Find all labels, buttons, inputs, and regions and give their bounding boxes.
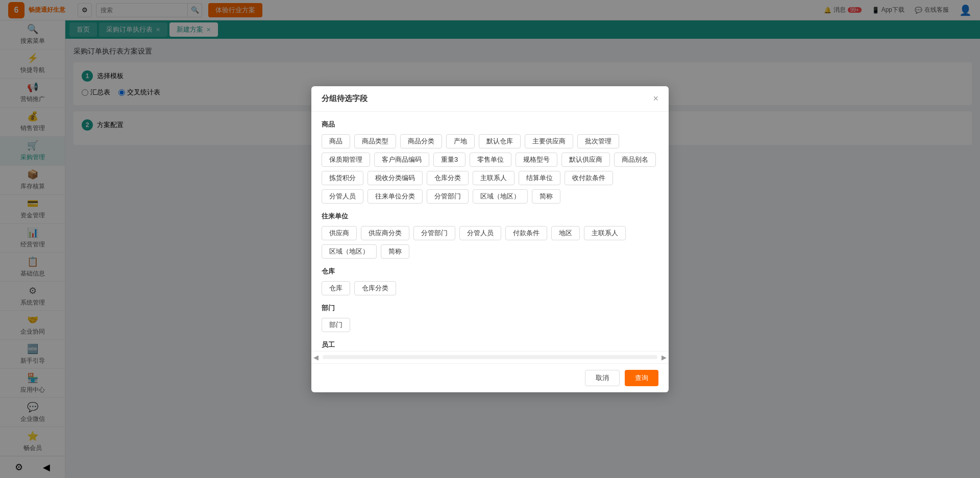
field-tag[interactable]: 地区 xyxy=(551,226,580,240)
section-product-fields: 商品商品类型商品分类产地默认仓库主要供应商批次管理保质期管理客户商品编码重量3零… xyxy=(322,134,658,204)
field-tag[interactable]: 仓库分类 xyxy=(354,281,396,295)
modal-footer: 取消 查询 xyxy=(311,363,669,392)
modal-body: 商品 商品商品类型商品分类产地默认仓库主要供应商批次管理保质期管理客户商品编码重… xyxy=(311,112,669,351)
section-employee-title: 员工 xyxy=(322,340,658,349)
section-product: 商品 商品商品类型商品分类产地默认仓库主要供应商批次管理保质期管理客户商品编码重… xyxy=(322,120,658,204)
section-warehouse-fields: 仓库仓库分类 xyxy=(322,281,658,295)
section-partner: 往来单位 供应商供应商分类分管部门分管人员付款条件地区主联系人区域（地区）简称 xyxy=(322,212,658,259)
modal-header: 分组待选字段 × xyxy=(311,86,669,112)
section-warehouse: 仓库 仓库仓库分类 xyxy=(322,267,658,295)
field-tag[interactable]: 规格型号 xyxy=(516,153,557,167)
field-tag[interactable]: 批次管理 xyxy=(577,134,619,148)
field-tag[interactable]: 分管人员 xyxy=(459,226,501,240)
field-tag[interactable]: 税收分类编码 xyxy=(368,171,423,185)
field-tag[interactable]: 收付款条件 xyxy=(565,171,613,185)
hscroll-bar[interactable] xyxy=(323,355,657,359)
cancel-button[interactable]: 取消 xyxy=(585,370,620,386)
field-tag[interactable]: 商品 xyxy=(322,134,350,148)
field-tag[interactable]: 仓库分类 xyxy=(427,171,469,185)
field-tag[interactable]: 供应商分类 xyxy=(361,226,409,240)
hscroll-right[interactable]: ▶ xyxy=(659,354,669,361)
hscroll-left[interactable]: ◀ xyxy=(311,354,321,361)
field-tag[interactable]: 零售单位 xyxy=(470,153,511,167)
field-tag[interactable]: 主联系人 xyxy=(584,226,626,240)
field-tag[interactable]: 分管部门 xyxy=(413,226,455,240)
field-tag[interactable]: 保质期管理 xyxy=(322,153,370,167)
field-tag[interactable]: 默认供应商 xyxy=(561,153,610,167)
field-tag[interactable]: 商品分类 xyxy=(400,134,442,148)
modal-close-button[interactable]: × xyxy=(653,93,658,104)
field-tag[interactable]: 分管部门 xyxy=(427,189,469,204)
field-tag[interactable]: 商品类型 xyxy=(354,134,396,148)
modal-hscroll: ◀ ▶ xyxy=(311,351,669,363)
field-tag[interactable]: 简称 xyxy=(381,244,409,259)
field-tag[interactable]: 分管人员 xyxy=(322,189,363,204)
field-tag[interactable]: 结算单位 xyxy=(519,171,560,185)
field-tag[interactable]: 主要供应商 xyxy=(525,134,573,148)
field-tag[interactable]: 默认仓库 xyxy=(479,134,521,148)
section-department-fields: 部门 xyxy=(322,318,658,332)
field-tag[interactable]: 客户商品编码 xyxy=(374,153,429,167)
section-partner-title: 往来单位 xyxy=(322,212,658,221)
section-partner-fields: 供应商供应商分类分管部门分管人员付款条件地区主联系人区域（地区）简称 xyxy=(322,226,658,259)
field-tag[interactable]: 区域（地区） xyxy=(473,189,528,204)
field-tag[interactable]: 付款条件 xyxy=(505,226,547,240)
field-tag[interactable]: 商品别名 xyxy=(614,153,656,167)
field-tag[interactable]: 拣货积分 xyxy=(322,171,363,185)
section-department-title: 部门 xyxy=(322,304,658,313)
confirm-button[interactable]: 查询 xyxy=(625,370,658,386)
field-tag[interactable]: 部门 xyxy=(322,318,350,332)
section-warehouse-title: 仓库 xyxy=(322,267,658,276)
field-tag[interactable]: 简称 xyxy=(532,189,560,204)
field-tag[interactable]: 产地 xyxy=(446,134,475,148)
section-employee: 员工 业务员 xyxy=(322,340,658,351)
field-tag[interactable]: 供应商 xyxy=(322,226,357,240)
field-select-modal: 分组待选字段 × 商品 商品商品类型商品分类产地默认仓库主要供应商批次管理保质期… xyxy=(311,86,669,392)
field-tag[interactable]: 重量3 xyxy=(433,153,465,167)
section-department: 部门 部门 xyxy=(322,304,658,332)
section-product-title: 商品 xyxy=(322,120,658,129)
modal-title: 分组待选字段 xyxy=(322,94,368,104)
field-tag[interactable]: 往来单位分类 xyxy=(368,189,423,204)
field-tag[interactable]: 主联系人 xyxy=(473,171,514,185)
field-tag[interactable]: 区域（地区） xyxy=(322,244,377,259)
field-tag[interactable]: 仓库 xyxy=(322,281,350,295)
